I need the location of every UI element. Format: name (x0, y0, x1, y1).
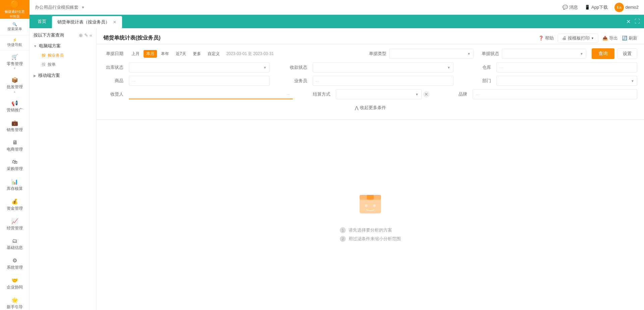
topbar-right: 💬 消息 📱 App下载 Ea demo2 (562, 3, 639, 12)
tree-desktop[interactable]: ▼ 电脑端方案 (30, 41, 96, 51)
settings-button[interactable]: 设置 (617, 48, 637, 59)
tree-desktop-children: 按 按业务员 按 按单 (30, 51, 96, 69)
date-custom[interactable]: 自定义 (205, 50, 222, 58)
collapse-panel-btn[interactable]: « (90, 33, 92, 38)
date-last-7-days[interactable]: 近7天 (173, 50, 189, 58)
out-status-select[interactable]: ▼ (129, 62, 270, 72)
svg-rect-2 (367, 195, 374, 200)
sidebar-item-operations[interactable]: 📈 经营管理 (0, 215, 30, 235)
tab-home[interactable]: 首页 (32, 15, 52, 28)
payment-arrow-icon: ▼ (415, 93, 419, 96)
avatar-initials: Ea (617, 5, 622, 9)
date-range-text: 2023-03-01 至 2023-03-31 (226, 51, 274, 57)
system-icon: ⚙ (12, 257, 17, 264)
payment-clear-icon[interactable]: ✕ (423, 91, 430, 98)
payment-select[interactable]: ▼ (336, 89, 422, 99)
query-button[interactable]: 查询 (592, 48, 614, 59)
sidebar-item-guide[interactable]: 🌟 新手引导 (0, 294, 30, 310)
marketing-label: 营销推广 (7, 107, 23, 113)
sidebar-item-finance[interactable]: 💰 资金管理 (0, 195, 30, 215)
filter-row-1: 单据日期 上月 本月 本年 近7天 更多 自定义 2023-03-01 至 20… (103, 48, 637, 59)
app-download-btn[interactable]: 📱 App下载 (585, 4, 608, 10)
sidebar-item-marketing[interactable]: 📢 营销推广 (0, 97, 30, 116)
tip-num-2: 2 (340, 236, 346, 242)
status-arrow-icon: ▼ (580, 52, 583, 56)
tree-arrow-right-icon: ▶ (34, 74, 36, 78)
tab-sales-report[interactable]: 销货单统计表（按业务员） ✕ (52, 16, 122, 28)
svg-point-4 (373, 204, 376, 207)
sidebar-item-basic[interactable]: 🗂 基础信息 (0, 235, 30, 254)
bill-scheme-icon: 按 (42, 62, 46, 67)
bill-scheme-label: 按单 (48, 62, 56, 67)
empty-icon (354, 188, 387, 222)
finance-label: 资金管理 (7, 206, 23, 211)
message-label: 消息 (569, 4, 578, 10)
sidebar-item-purchase[interactable]: 🛍 采购管理 (0, 156, 30, 175)
user-menu[interactable]: Ea demo2 (614, 3, 639, 12)
date-this-month[interactable]: 本月 (144, 50, 157, 58)
sidebar-item-enterprise[interactable]: 🤝 企业协同 (0, 274, 30, 294)
edit-scheme-btn[interactable]: ✎ (84, 33, 88, 38)
export-icon: 📤 (602, 36, 608, 41)
sidebar-item-wholesale[interactable]: 📦 批发管理 ▲ (0, 73, 30, 97)
date-this-year[interactable]: 本年 (158, 50, 172, 58)
tip-text-1: 请先选择要分析的方案 (348, 227, 392, 233)
search-menu-item[interactable]: 🔍 搜索菜单 (0, 19, 30, 35)
workspace-selector[interactable]: 办公用品行业模拟账套 ▼ (35, 4, 85, 10)
date-last-month[interactable]: 上月 (129, 50, 142, 58)
sidebar-item-retail[interactable]: 🛒 零售管理 ▼ (0, 50, 30, 73)
tab-close-icon[interactable]: ✕ (113, 20, 116, 24)
left-panel-actions: ⊕ ✎ « (79, 33, 92, 38)
goods-input[interactable]: ··· (129, 76, 270, 86)
refresh-icon: 🔄 (622, 36, 627, 41)
brand-input[interactable]: ··· (473, 89, 637, 99)
sidebar-item-inventory[interactable]: 📊 库存核算 (0, 175, 30, 195)
tree-item-salesman[interactable]: 按 按业务员 (38, 51, 96, 60)
nav-label: 快捷导航 (7, 42, 22, 47)
finance-icon: 💰 (11, 198, 18, 205)
receipt-select[interactable]: ▼ (313, 62, 453, 72)
collapse-arrow-icon: ⋀ (355, 105, 359, 110)
type-select[interactable]: ▼ (389, 49, 474, 59)
collapse-label: 收起更多条件 (360, 105, 386, 111)
consignee-dots: ··· (286, 92, 290, 97)
message-btn[interactable]: 💬 消息 (562, 4, 578, 10)
collapse-btn[interactable]: ⋀ 收起更多条件 (353, 103, 388, 113)
goods-dots: ··· (132, 79, 136, 84)
sales-label: 销售管理 (7, 127, 23, 133)
tree-item-by-bill[interactable]: 按 按单 (38, 60, 96, 69)
salesman-input[interactable]: ··· (313, 76, 453, 86)
sidebar-item-ecommerce[interactable]: 🖥 电商管理 (0, 136, 30, 156)
consignee-input[interactable]: ··· (129, 89, 293, 99)
goods-label: 商品 (103, 78, 123, 84)
tab-close-action[interactable]: ✕ (625, 17, 632, 26)
query-action-group: 查询 设置 (592, 48, 637, 59)
refresh-btn[interactable]: 🔄 刷新 (622, 35, 637, 41)
warehouse-input[interactable]: ··· (496, 62, 637, 72)
help-btn[interactable]: ❓ 帮助 (538, 35, 554, 41)
tree-arrow-icon: ▼ (34, 44, 37, 48)
sidebar-item-sales[interactable]: 💼 销售管理 (0, 116, 30, 136)
print-arrow-icon: ▼ (591, 37, 594, 40)
sidebar-logo[interactable]: 🟠 畅捷通好生意 标账版 (0, 0, 30, 19)
status-select[interactable]: ▼ (502, 49, 586, 59)
empty-illustration (354, 188, 387, 218)
dept-select[interactable]: ▼ (496, 76, 637, 86)
quick-nav-item[interactable]: ⚡ 快捷导航 (0, 35, 30, 50)
print-btn[interactable]: 🖨 按模板打印 ▼ (558, 34, 598, 43)
tab-expand-action[interactable]: ⛶ (633, 17, 641, 26)
tree-mobile[interactable]: ▶ 移动端方案 (30, 70, 96, 81)
date-more[interactable]: 更多 (190, 50, 204, 58)
warehouse-label: 仓库 (471, 64, 491, 70)
date-filter: 上月 本月 本年 近7天 更多 自定义 2023-03-01 至 2023-03… (129, 50, 274, 58)
payment-label: 结算方式 (310, 91, 330, 97)
add-scheme-btn[interactable]: ⊕ (79, 33, 83, 38)
page-actions: ❓ 帮助 🖨 按模板打印 ▼ 📤 导出 🔄 刷新 (538, 34, 637, 43)
print-icon: 🖨 (562, 36, 567, 41)
sidebar-item-system[interactable]: ⚙ 系统管理 (0, 254, 30, 274)
workspace-label: 办公用品行业模拟账套 (35, 4, 78, 10)
page-header: 销货单统计表(按业务员) ❓ 帮助 🖨 按模板打印 ▼ 📤 导出 (97, 28, 644, 44)
export-btn[interactable]: 📤 导出 (602, 35, 618, 41)
export-label: 导出 (609, 35, 618, 41)
user-name: demo2 (625, 5, 639, 10)
